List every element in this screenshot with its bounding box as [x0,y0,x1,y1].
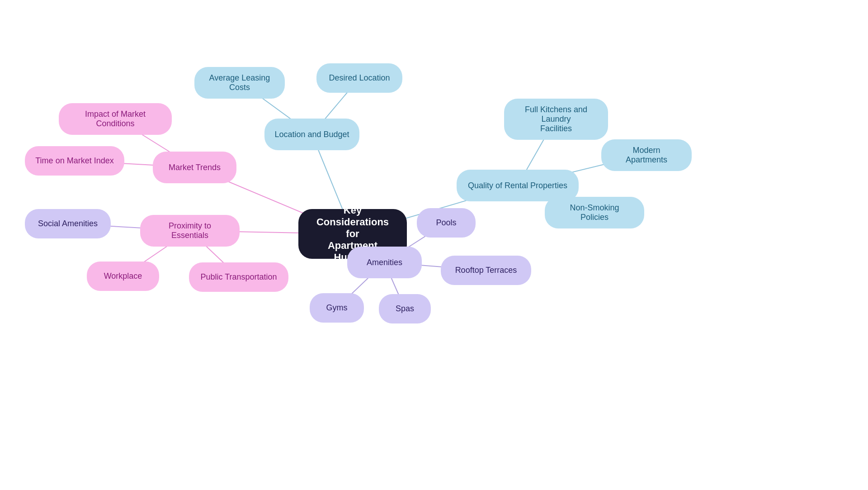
node-impact_market[interactable]: Impact of Market Conditions [59,103,172,135]
connections-svg [0,0,868,490]
node-amenities[interactable]: Amenities [347,247,422,278]
node-modern_apartments[interactable]: Modern Apartments [601,139,692,171]
node-gyms[interactable]: Gyms [310,293,364,323]
node-average_leasing[interactable]: Average Leasing Costs [194,67,285,99]
node-market_trends[interactable]: Market Trends [153,152,236,183]
node-location_budget[interactable]: Location and Budget [264,119,359,150]
node-social_amenities[interactable]: Social Amenities [25,209,111,238]
mindmap-container: Key Considerations forApartment HuntingL… [0,0,868,490]
node-desired_location[interactable]: Desired Location [316,63,402,93]
node-time_market[interactable]: Time on Market Index [25,146,124,176]
node-spas[interactable]: Spas [379,294,431,323]
node-rooftop[interactable]: Rooftop Terraces [441,256,531,285]
node-full_kitchens[interactable]: Full Kitchens and LaundryFacilities [504,99,608,140]
node-non_smoking[interactable]: Non-Smoking Policies [545,197,644,228]
node-proximity[interactable]: Proximity to Essentials [140,215,240,247]
node-pools[interactable]: Pools [417,208,476,238]
node-public_transport[interactable]: Public Transportation [189,262,288,292]
node-workplace[interactable]: Workplace [87,262,159,291]
